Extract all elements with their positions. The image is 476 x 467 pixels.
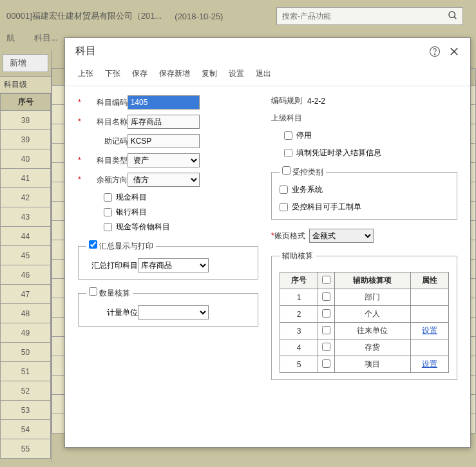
cash-check[interactable] (104, 193, 112, 202)
save-button[interactable]: 保存 (132, 68, 148, 79)
aux-row-check[interactable] (322, 359, 330, 368)
th-seq: 序号 (280, 272, 318, 289)
disabled-check[interactable] (284, 131, 292, 140)
qty-select[interactable] (138, 305, 209, 319)
table-row[interactable]: 41 (0, 169, 51, 188)
table-row[interactable]: 49 (0, 323, 51, 343)
code-input[interactable] (128, 95, 200, 110)
cash-equiv-label: 现金等价物科目 (116, 222, 170, 233)
table-row[interactable]: 42 (0, 188, 51, 207)
rule-label: 编码规则 (271, 95, 302, 106)
search-icon (448, 10, 458, 21)
table-row[interactable]: 53 (0, 401, 51, 420)
close-icon[interactable] (448, 46, 460, 57)
mnemonic-label: 助记码 (82, 136, 128, 147)
aux-seq: 2 (280, 306, 318, 323)
dir-label: 余额方向 (82, 175, 128, 186)
settings-button[interactable]: 设置 (229, 68, 244, 79)
tab-account[interactable]: 科目... (34, 32, 58, 50)
table-row: 3往来单位设置 (280, 323, 449, 339)
date-label: (2018-10-25) (175, 12, 223, 21)
table-row: 1部门 (280, 289, 449, 306)
biz-sys-check[interactable] (280, 186, 288, 194)
aux-item: 往来单位 (335, 323, 410, 339)
help-icon[interactable] (429, 46, 441, 57)
controlled-fieldset: 受控类别 业务系统 受控科目可手工制单 (271, 166, 457, 220)
summary-select[interactable]: 库存商品 (138, 258, 209, 272)
svg-point-0 (449, 12, 455, 17)
settle-check[interactable] (284, 149, 292, 157)
th-item: 辅助核算项 (335, 272, 410, 289)
table-row[interactable]: 48 (0, 304, 51, 323)
table-row[interactable]: 44 (0, 227, 51, 246)
table-row[interactable]: 45 (0, 246, 51, 265)
name-input[interactable] (128, 115, 200, 129)
aux-row-check[interactable] (322, 309, 330, 318)
summary-toggle[interactable] (89, 240, 97, 249)
settle-label: 填制凭证时录入结算信息 (296, 148, 381, 158)
rule-value: 4-2-2 (307, 97, 325, 106)
aux-legend: 辅助核算 (280, 251, 316, 262)
copy-button[interactable]: 复制 (202, 68, 217, 79)
biz-sys-label: 业务系统 (292, 184, 323, 195)
dir-select[interactable]: 借方 (128, 173, 200, 187)
qty-fieldset: 数量核算 计量单位 (78, 287, 258, 327)
table-row[interactable]: 52 (0, 381, 51, 401)
aux-item: 项目 (335, 356, 410, 373)
table-row[interactable]: 39 (0, 130, 51, 149)
aux-seq: 5 (280, 356, 318, 373)
aux-fieldset: 辅助核算 序号 辅助核算项 属性 1部门2个人3往来单位设置4存货5项目设置 (271, 251, 457, 380)
aux-seq: 1 (280, 289, 318, 306)
summary-label: 汇总打印科目 (86, 260, 138, 271)
type-select[interactable]: 资产 (128, 153, 200, 167)
aux-row-check[interactable] (322, 326, 330, 334)
search-box (276, 7, 463, 25)
search-input[interactable] (277, 12, 443, 21)
code-label: 科目编码 (82, 97, 128, 108)
name-label: 科目名称 (82, 117, 128, 128)
table-row: 4存货 (280, 339, 449, 356)
table-row[interactable]: 40 (0, 149, 51, 169)
table-row[interactable]: 38 (0, 111, 51, 130)
table-row[interactable]: 55 (0, 439, 51, 459)
format-select[interactable]: 金额式 (309, 229, 374, 243)
search-button[interactable] (443, 8, 462, 24)
table-row[interactable]: 54 (0, 420, 51, 439)
company-title: 00001]福建宏仕建材贸易有限公司（201... (6, 10, 162, 22)
aux-row-check[interactable] (322, 343, 330, 351)
aux-item: 个人 (335, 306, 410, 323)
level-label: 科目级 (0, 76, 51, 93)
aux-seq: 3 (280, 323, 318, 339)
qty-toggle[interactable] (89, 287, 97, 296)
mnemonic-input[interactable] (128, 134, 200, 148)
table-row: 2个人 (280, 306, 449, 323)
manual-check[interactable] (280, 203, 288, 211)
disabled-label: 停用 (296, 130, 312, 141)
new-button[interactable]: 新增 (3, 54, 48, 72)
aux-table: 序号 辅助核算项 属性 1部门2个人3往来单位设置4存货5项目设置 (280, 272, 449, 373)
save-new-button[interactable]: 保存新增 (159, 68, 190, 79)
aux-config-link[interactable]: 设置 (422, 326, 437, 335)
exit-button[interactable]: 退出 (256, 68, 271, 79)
tab-nav[interactable]: 航 (6, 32, 15, 50)
type-label: 科目类型 (82, 155, 128, 166)
controlled-toggle[interactable] (282, 166, 290, 175)
table-row[interactable]: 43 (0, 207, 51, 227)
aux-config-link[interactable]: 设置 (422, 359, 437, 368)
manual-label: 受控科目可手工制单 (292, 202, 361, 213)
aux-item: 部门 (335, 289, 410, 306)
account-modal: 科目 上张 下张 保存 保存新增 复制 设置 退出 *科目编码 *科目名称 *助… (64, 37, 471, 448)
cash-equiv-check[interactable] (104, 223, 112, 231)
table-row[interactable]: 50 (0, 343, 51, 362)
bank-check[interactable] (104, 208, 112, 216)
aux-row-check[interactable] (322, 292, 330, 301)
qty-label: 计量单位 (86, 307, 138, 318)
next-button[interactable]: 下张 (105, 68, 120, 79)
aux-check-all[interactable] (322, 276, 330, 284)
table-row[interactable]: 47 (0, 285, 51, 304)
table-row[interactable]: 51 (0, 362, 51, 381)
table-row[interactable]: 46 (0, 265, 51, 285)
format-label: 账页格式 (274, 231, 305, 242)
prev-button[interactable]: 上张 (78, 68, 93, 79)
summary-fieldset: 汇总显示与打印 汇总打印科目库存商品 (78, 240, 258, 280)
